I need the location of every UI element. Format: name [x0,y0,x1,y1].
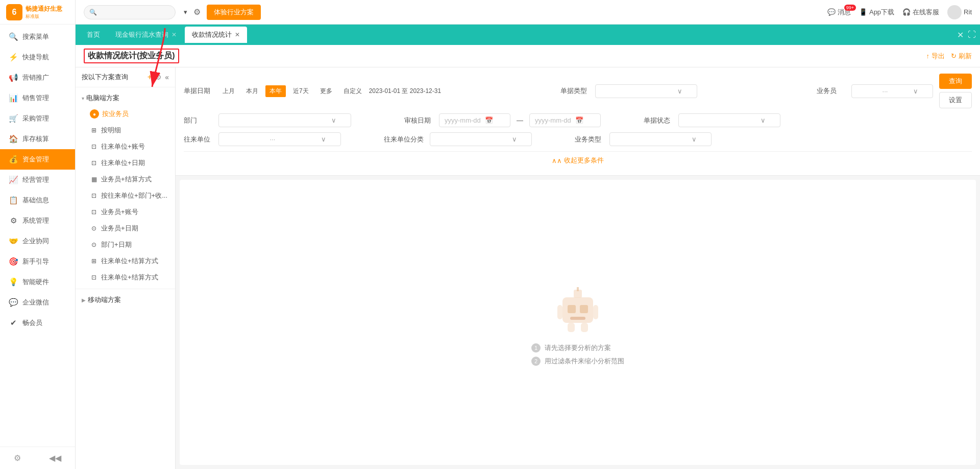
btn-group: 查询 设置 [939,74,972,108]
scheme-item-counterpart-settlement2[interactable]: ⊡ 往来单位+结算方式 [76,269,175,286]
salesman-select[interactable]: ··· ∨ [851,84,933,98]
tip-text-1: 请先选择要分析的方案 [545,341,611,355]
salesman-label: 业务员 [817,86,845,96]
doc-status-select[interactable]: ∨ [678,113,780,127]
sidebar-item-operation[interactable]: 📈 经营管理 [0,170,75,190]
app-download-btn[interactable]: 📱 App下载 [859,8,894,17]
sidebar: 6 畅捷通好生意 标准版 🔍 搜索菜单 ⚡ 快捷导航 📢 营销推广 📊 销售管理… [0,0,76,469]
tab-collection-stats[interactable]: 收款情况统计 ✕ [185,27,247,43]
scheme-item-counterpart-account[interactable]: ⊡ 往来单位+账号 [76,138,175,155]
sidebar-item-newguide[interactable]: 🎯 新手引导 [0,251,75,272]
online-service-btn[interactable]: 🎧 在线客服 [902,8,939,17]
sidebar-item-finance[interactable]: 💰 资金管理 [0,149,75,170]
sidebar-item-operation-label: 经营管理 [22,175,49,184]
scheme-item-counterpart-dept-label: 按往来单位+部门+收... [101,191,167,200]
date-tab-this-month[interactable]: 本月 [242,85,262,97]
voucher-type-select[interactable]: ∨ [595,84,697,98]
sidebar-item-purchase[interactable]: 🛒 采购管理 [0,108,75,129]
scheme-group-pc-header[interactable]: ▾ 电脑端方案 [76,90,175,106]
topbar-gear-icon[interactable]: ⚙ [193,7,201,17]
sidebar-item-wechat[interactable]: 💬 企业微信 [0,292,75,313]
collapse-filter-btn[interactable]: ∧∧ 收起更多条件 [184,151,972,169]
filter-row-3: 往来单位 ··· ∨ 往来单位分类 ∨ 业务类型 [184,132,972,146]
tip-num-2: 2 [531,357,541,366]
sidebar-item-marketing[interactable]: 📢 营销推广 [0,67,75,88]
inventory-icon: 🏠 [8,134,18,144]
tab-home[interactable]: 首页 [80,27,107,43]
tab-bank-flow[interactable]: 现金银行流水查询 ✕ [108,27,184,43]
date-tab-7days[interactable]: 近7天 [289,85,313,97]
active-scheme-icon: ● [90,109,99,119]
scheme-group-mobile-header[interactable]: ▶ 移动端方案 [76,292,175,308]
scheme-item-dept-date[interactable]: ⊙ 部门+日期 [76,237,175,253]
date-tab-this-year[interactable]: 本年 [265,85,286,97]
scheme-item-salesman-settlement[interactable]: ▦ 业务员+结算方式 [76,171,175,187]
newguide-icon: 🎯 [8,256,18,267]
scheme-item-counterpart-settlement1[interactable]: ⊞ 往来单位+结算方式 [76,253,175,269]
app-logo: 6 畅捷通好生意 标准版 [0,0,75,25]
sidebar-item-sales[interactable]: 📊 销售管理 [0,88,75,108]
sidebar-item-search[interactable]: 🔍 搜索菜单 [0,27,75,47]
sidebar-item-system[interactable]: ⚙ 系统管理 [0,210,75,231]
message-btn[interactable]: 💬 消息 99+ [827,8,851,17]
sidebar-item-member[interactable]: ✔ 畅会员 [0,313,75,333]
purchase-icon: 🛒 [8,113,18,124]
topbar-search-box[interactable]: 🔍 [84,5,176,19]
empty-state: 1 请先选择要分析的方案 2 用过滤条件来缩小分析范围 [531,277,624,368]
svg-rect-5 [577,287,579,291]
scheme-item-salesman-date[interactable]: ⊙ 业务员+日期 [76,220,175,237]
tab-close-all-btn[interactable]: ✕ [957,30,964,40]
counterpart-category-select[interactable]: ∨ [430,132,532,146]
export-btn[interactable]: ↑ 导出 [926,52,945,61]
review-date-to-cal-icon[interactable]: 📅 [575,116,583,124]
scheme-item-by-salesman[interactable]: ● 按业务员 [76,106,175,122]
doc-status-chevron-icon: ∨ [761,116,766,124]
scheme-item-by-detail[interactable]: ⊞ 按明细 [76,122,175,138]
add-scheme-btn[interactable]: + [148,73,152,82]
scheme-item-salesman-account[interactable]: ⊡ 业务员+账号 [76,204,175,220]
department-select[interactable]: ∨ [218,113,351,127]
sidebar-item-basic[interactable]: 📋 基础信息 [0,190,75,210]
settings-footer-btn[interactable]: ⚙ [10,451,25,465]
query-btn[interactable]: 查询 [939,74,972,89]
scheme-settings-btn[interactable]: ⚙ [155,73,162,81]
biz-type-select[interactable]: ∨ [609,132,712,146]
sidebar-item-enterprise[interactable]: 🤝 企业协同 [0,231,75,251]
user-area[interactable]: Rit [947,5,972,19]
sidebar-item-quicknav[interactable]: ⚡ 快捷导航 [0,47,75,67]
message-icon: 💬 [827,8,836,16]
date-tab-more[interactable]: 更多 [316,85,336,97]
salesman-more-icon: ··· [883,87,888,95]
scheme-item-counterpart-dept[interactable]: ⊡ 按往来单位+部门+收... [76,187,175,204]
left-panel-header: 按以下方案查询 + ⚙ « [76,67,175,87]
filter-row-2: 部门 ∨ 审核日期 yyyy-mm-dd 📅 — yyyy-mm-dd 📅 [184,113,972,127]
logo-text-area: 畅捷通好生意 标准版 [26,5,62,20]
tip-text-2: 用过滤条件来缩小分析范围 [545,355,624,368]
setting-btn[interactable]: 设置 [939,92,972,108]
collapse-sidebar-btn[interactable]: ◀◀ [45,451,65,465]
counterpart-label: 往来单位 [184,135,212,144]
trial-btn[interactable]: 体验行业方案 [207,5,261,20]
date-separator: — [517,116,523,124]
department-label: 部门 [184,116,212,125]
tab-bank-flow-close[interactable]: ✕ [172,31,177,38]
scheme-item-counterpart-date[interactable]: ⊡ 往来单位+日期 [76,155,175,171]
sidebar-item-inventory[interactable]: 🏠 库存核算 [0,129,75,149]
sidebar-item-hardware[interactable]: 💡 智能硬件 [0,272,75,292]
scheme-collapse-btn[interactable]: « [165,73,169,81]
edition-badge: 标准版 [26,13,62,20]
date-tab-custom[interactable]: 自定义 [339,85,366,97]
counterpart-select[interactable]: ··· ∨ [218,132,341,146]
enterprise-icon: 🤝 [8,236,18,246]
date-tab-last-month[interactable]: 上月 [218,85,239,97]
tab-maximize-btn[interactable]: ⛶ [968,30,976,39]
refresh-btn[interactable]: ↻ 刷新 [951,52,972,61]
group-expand-arrow: ▾ [82,96,84,101]
quicknav-icon: ⚡ [8,52,18,62]
dept-date-icon: ⊙ [90,241,98,249]
sales-icon: 📊 [8,93,18,103]
tab-collection-stats-close[interactable]: ✕ [235,31,240,38]
sidebar-item-newguide-label: 新手引导 [22,257,49,266]
topbar-dropdown[interactable]: ▾ [182,8,187,16]
review-date-from-cal-icon[interactable]: 📅 [485,116,493,124]
